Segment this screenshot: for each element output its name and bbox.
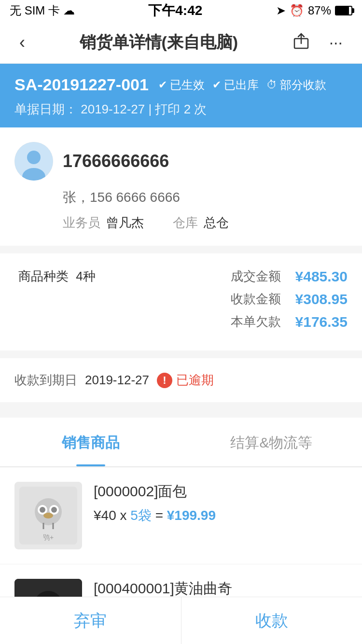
date-label: 单据日期： bbox=[14, 102, 77, 116]
due-date-section: 收款到期日 2019-12-27 ! 已逾期 bbox=[0, 358, 362, 402]
bottom-bar: 弃审 收款 bbox=[0, 597, 362, 644]
salesperson-label: 业务员 bbox=[63, 214, 100, 231]
tabs-row: 销售商品 结算&物流等 bbox=[0, 418, 362, 466]
location-icon: ➤ bbox=[276, 4, 286, 17]
received-amount: ¥308.95 bbox=[295, 291, 348, 308]
order-id: SA-20191227-001 bbox=[14, 75, 149, 94]
svg-point-11 bbox=[43, 513, 53, 518]
tab-underline bbox=[76, 464, 105, 466]
product-item-1: 鸮+ [0000002]面包 ¥40 x 5袋 = ¥199.99 bbox=[0, 467, 362, 564]
summary-section: 商品种类 4种 成交金额 ¥485.30 收款金额 ¥308.95 本单欠款 ¥… bbox=[0, 253, 362, 350]
received-amount-row: 收款金额 ¥308.95 bbox=[231, 291, 348, 308]
svg-point-3 bbox=[27, 151, 41, 164]
badge-partial-payment: ⏱ 部分收款 bbox=[266, 77, 326, 93]
received-label: 收款金额 bbox=[231, 291, 281, 308]
due-label: 收款到期日 bbox=[14, 372, 77, 389]
warehouse-item: 仓库 总仓 bbox=[173, 214, 229, 231]
sim-status: 无 SIM 卡 ☁ bbox=[10, 3, 75, 18]
status-left: 无 SIM 卡 ☁ bbox=[10, 3, 75, 18]
share-button[interactable] bbox=[288, 27, 315, 58]
salesperson-value: 曾凡杰 bbox=[106, 214, 144, 231]
warehouse-label: 仓库 bbox=[173, 214, 198, 231]
badge-effective: ✔ 已生效 bbox=[158, 77, 205, 93]
back-button[interactable]: ‹ bbox=[14, 28, 30, 57]
clock-icon: ⏱ bbox=[266, 79, 277, 91]
customer-meta: 业务员 曾凡杰 仓库 总仓 bbox=[14, 214, 348, 231]
avatar bbox=[14, 142, 53, 181]
print-info: | 打印 2 次 bbox=[148, 102, 207, 116]
nav-bar: ‹ 销货单详情(来自电脑) ··· bbox=[0, 21, 362, 64]
product-price-1: ¥40 x 5袋 = ¥199.99 bbox=[94, 506, 348, 525]
svg-point-10 bbox=[51, 507, 57, 513]
summary-right: 成交金额 ¥485.30 收款金额 ¥308.95 本单欠款 ¥176.35 bbox=[231, 268, 348, 336]
deal-amount: ¥485.30 bbox=[295, 268, 348, 285]
due-date-value: 2019-12-27 bbox=[85, 373, 149, 388]
product-unit-price-1: ¥40 bbox=[94, 508, 116, 523]
product-multiply-1: x bbox=[120, 508, 131, 523]
status-time: 下午4:42 bbox=[148, 1, 202, 20]
product-qty-1: 5袋 bbox=[130, 508, 152, 523]
status-bar: 无 SIM 卡 ☁ 下午4:42 ➤ ⏰ 87% bbox=[0, 0, 362, 21]
overdue-badge: ! 已逾期 bbox=[157, 372, 214, 389]
overdue-icon: ! bbox=[157, 373, 172, 388]
cancel-review-button[interactable]: 弃审 bbox=[0, 597, 181, 644]
product-name-2: [000400001]黄油曲奇 bbox=[94, 579, 348, 599]
battery-icon bbox=[335, 6, 352, 15]
product-total-1: ¥199.99 bbox=[167, 508, 216, 523]
debt-amount-row: 本单欠款 ¥176.35 bbox=[231, 313, 348, 330]
product-thumb-1: 鸮+ bbox=[14, 482, 82, 549]
product-info-1: [0000002]面包 ¥40 x 5袋 = ¥199.99 bbox=[94, 482, 348, 525]
header-badges: ✔ 已生效 ✔ 已出库 ⏱ 部分收款 bbox=[158, 77, 326, 93]
customer-section: 17666666666 张，156 6666 6666 业务员 曾凡杰 仓库 总… bbox=[0, 127, 362, 246]
header-banner: SA-20191227-001 ✔ 已生效 ✔ 已出库 ⏱ 部分收款 单据日期：… bbox=[0, 64, 362, 127]
product-type-label: 商品种类 bbox=[18, 269, 69, 283]
badge-shipped: ✔ 已出库 bbox=[212, 77, 259, 93]
customer-contact: 张，156 6666 6666 bbox=[14, 188, 348, 207]
status-right: ➤ ⏰ 87% bbox=[276, 4, 352, 17]
check-icon-2: ✔ bbox=[212, 79, 221, 91]
summary-left: 商品种类 4种 bbox=[14, 268, 96, 289]
salesperson-item: 业务员 曾凡杰 bbox=[63, 214, 144, 231]
overdue-text: 已逾期 bbox=[176, 372, 214, 389]
collect-payment-button[interactable]: 收款 bbox=[181, 597, 362, 644]
debt-label: 本单欠款 bbox=[231, 313, 281, 330]
product-type-count: 4种 bbox=[76, 269, 95, 283]
svg-point-9 bbox=[40, 507, 45, 513]
warehouse-value: 总仓 bbox=[204, 214, 229, 231]
tab-settlement-logistics[interactable]: 结算&物流等 bbox=[181, 418, 362, 466]
divider bbox=[0, 410, 362, 418]
page-title: 销货单详情(来自电脑) bbox=[80, 31, 238, 54]
nav-actions: ··· bbox=[288, 27, 348, 58]
more-button[interactable]: ··· bbox=[324, 28, 348, 56]
battery-status: 87% bbox=[308, 4, 331, 17]
product-name-1: [0000002]面包 bbox=[94, 482, 348, 502]
customer-id: 17666666666 bbox=[63, 151, 169, 171]
product-type-item: 商品种类 4种 bbox=[14, 268, 96, 285]
alarm-icon: ⏰ bbox=[290, 4, 304, 17]
tab-sales-products[interactable]: 销售商品 bbox=[0, 418, 181, 466]
deal-label: 成交金额 bbox=[231, 268, 281, 285]
tabs-section: 销售商品 结算&物流等 bbox=[0, 418, 362, 467]
debt-amount: ¥176.35 bbox=[295, 314, 348, 330]
check-icon-1: ✔ bbox=[158, 79, 167, 91]
customer-top: 17666666666 bbox=[14, 142, 348, 181]
svg-text:鸮+: 鸮+ bbox=[43, 533, 54, 541]
header-date-row: 单据日期： 2019-12-27 | 打印 2 次 bbox=[14, 101, 348, 118]
product-equals-1: = bbox=[155, 508, 167, 523]
order-date: 2019-12-27 bbox=[81, 102, 145, 116]
deal-amount-row: 成交金额 ¥485.30 bbox=[231, 268, 348, 285]
